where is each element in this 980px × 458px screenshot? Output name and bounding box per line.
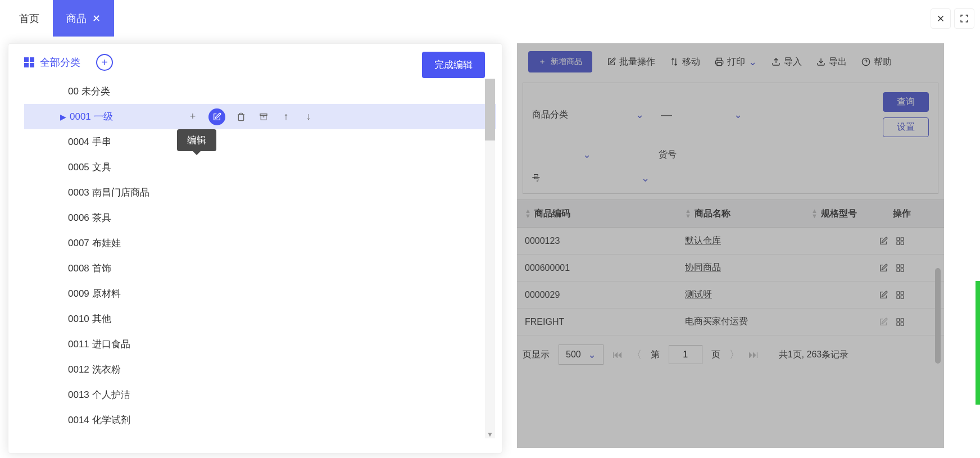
tree-item[interactable]: 0009 原材料 xyxy=(24,281,496,306)
tree-item[interactable]: 0010 其他 xyxy=(24,306,496,332)
tree-item[interactable]: 00 未分类 xyxy=(24,79,496,104)
filter-category-label: 商品分类 xyxy=(532,109,568,121)
import-button[interactable]: 导入 xyxy=(772,56,802,68)
edit-icon[interactable] xyxy=(208,108,225,125)
new-product-label: 新增商品 xyxy=(551,57,582,67)
svg-rect-10 xyxy=(901,269,904,271)
tree-item-label: 0005 文具 xyxy=(68,161,111,174)
tree-item[interactable]: ▶0001 一级+↑↓ xyxy=(24,104,496,129)
table-scrollbar[interactable] xyxy=(935,268,941,364)
per-page-select[interactable]: 500 ⌄ xyxy=(559,344,604,365)
tree-item[interactable]: 0014 化学试剂 xyxy=(24,407,496,433)
last-page-icon[interactable]: ⏭ xyxy=(748,349,759,361)
export-button[interactable]: 导出 xyxy=(816,56,847,68)
help-icon xyxy=(861,57,870,66)
done-editing-button[interactable]: 完成编辑 xyxy=(422,52,485,78)
tab-product[interactable]: 商品 ✕ xyxy=(53,0,114,37)
caret-right-icon: ▶ xyxy=(60,112,66,121)
cell-name: 电商买家付运费 xyxy=(677,316,804,328)
chevron-down-icon[interactable]: ⌄ xyxy=(636,108,644,121)
settings-button[interactable]: 设置 xyxy=(883,117,929,137)
product-page-background: ＋ 新增商品 批量操作 移动 打印 ⌄ 导入 导出 xyxy=(517,43,944,448)
row-more-icon[interactable] xyxy=(896,318,905,327)
filter-article-label: 货号 xyxy=(659,149,677,161)
add-category-button[interactable]: + xyxy=(96,54,113,71)
cell-code: 000600001 xyxy=(517,263,677,273)
delete-icon[interactable] xyxy=(234,110,248,124)
page-summary: 共1页, 263条记录 xyxy=(779,349,849,361)
query-button[interactable]: 查询 xyxy=(883,92,929,112)
help-button[interactable]: 帮助 xyxy=(861,56,892,68)
row-more-icon[interactable] xyxy=(896,264,905,273)
cell-name: 协同商品 xyxy=(677,262,804,274)
tree-item[interactable]: 0007 布娃娃 xyxy=(24,230,496,256)
new-product-button[interactable]: ＋ 新增商品 xyxy=(528,51,592,72)
th-ops: 操作 xyxy=(893,208,911,220)
add-child-icon[interactable]: + xyxy=(186,110,199,124)
tree-item-label: 00 未分类 xyxy=(68,85,110,98)
archive-icon[interactable] xyxy=(257,110,270,124)
tree-item[interactable]: 0008 首饰 xyxy=(24,256,496,281)
row-edit-icon[interactable] xyxy=(879,237,888,246)
scroll-down-icon[interactable]: ▼ xyxy=(485,430,495,438)
close-icon xyxy=(936,13,946,24)
sort-icon[interactable]: ▲▼ xyxy=(811,208,818,219)
row-edit-icon[interactable] xyxy=(879,291,888,300)
svg-point-2 xyxy=(862,58,869,65)
product-name-link[interactable]: 协同商品 xyxy=(685,262,721,272)
chevron-down-icon[interactable]: ⌄ xyxy=(734,108,742,121)
per-page-label: 页显示 xyxy=(523,349,550,361)
chevron-down-icon: ⌄ xyxy=(748,56,757,68)
tab-home[interactable]: 首页 xyxy=(6,0,53,37)
move-up-icon[interactable]: ↑ xyxy=(279,110,293,124)
tree-item-label: 0012 洗衣粉 xyxy=(68,363,121,376)
table-row[interactable]: 0000123默认仓库 xyxy=(517,228,944,255)
row-edit-icon[interactable] xyxy=(879,264,888,273)
fullscreen-button[interactable] xyxy=(954,8,974,29)
table-row[interactable]: FREIGHT电商买家付运费 xyxy=(517,309,944,335)
tree-item[interactable]: 0011 进口食品 xyxy=(24,332,496,357)
print-icon xyxy=(715,57,724,66)
move-down-icon[interactable]: ↓ xyxy=(302,110,315,124)
cell-name: 测试呀 xyxy=(677,289,804,301)
panel-title-label: 全部分类 xyxy=(40,56,80,69)
tree-item[interactable]: 0013 个人护洁 xyxy=(24,382,496,407)
close-icon[interactable]: ✕ xyxy=(92,12,101,25)
table-row[interactable]: 0000029测试呀 xyxy=(517,282,944,309)
cell-code: FREIGHT xyxy=(517,317,677,327)
table-row[interactable]: 000600001协同商品 xyxy=(517,255,944,282)
product-name-link[interactable]: 测试呀 xyxy=(685,289,712,299)
tree-item-label: 0007 布娃娃 xyxy=(68,237,121,250)
page-input[interactable] xyxy=(669,345,702,364)
tree-scrollbar[interactable]: ▼ xyxy=(485,79,495,438)
tree-item-label: 0010 其他 xyxy=(68,312,111,325)
move-button[interactable]: 移动 xyxy=(670,56,700,68)
print-button[interactable]: 打印 ⌄ xyxy=(715,56,757,68)
close-all-button[interactable] xyxy=(931,8,951,29)
all-categories-button[interactable]: 全部分类 xyxy=(24,56,80,69)
th-code[interactable]: 商品编码 xyxy=(534,208,570,220)
row-more-icon[interactable] xyxy=(896,237,905,246)
tree-item-label: 0006 茶具 xyxy=(68,211,111,224)
tree-item-label: 0013 个人护洁 xyxy=(68,388,130,401)
product-name-link[interactable]: 默认仓库 xyxy=(685,235,721,245)
tree-item[interactable]: 0012 洗衣粉 xyxy=(24,357,496,382)
product-table: ▲▼商品编码 ▲▼商品名称 ▲▼规格型号 操作 0000123默认仓库00060… xyxy=(517,199,944,335)
chevron-down-icon[interactable]: ⌄ xyxy=(641,172,650,184)
first-page-icon[interactable]: ⏮ xyxy=(612,349,623,361)
prev-page-icon[interactable]: 〈 xyxy=(632,348,642,361)
svg-rect-9 xyxy=(897,269,900,271)
sort-icon[interactable]: ▲▼ xyxy=(685,208,691,219)
sort-icon[interactable]: ▲▼ xyxy=(525,208,531,219)
tree-item[interactable]: 0005 文具 xyxy=(24,155,496,180)
svg-rect-14 xyxy=(901,296,904,298)
th-name[interactable]: 商品名称 xyxy=(695,208,731,220)
th-spec[interactable]: 规格型号 xyxy=(821,208,857,220)
next-page-icon[interactable]: 〉 xyxy=(729,348,739,361)
tree-item[interactable]: 0006 茶具 xyxy=(24,205,496,230)
batch-ops-button[interactable]: 批量操作 xyxy=(607,56,655,68)
chevron-down-icon[interactable]: ⌄ xyxy=(583,148,591,161)
tree-item[interactable]: 0003 南昌门店商品 xyxy=(24,180,496,205)
tree-item[interactable]: 0004 手串 xyxy=(24,129,496,155)
row-more-icon[interactable] xyxy=(896,291,905,300)
